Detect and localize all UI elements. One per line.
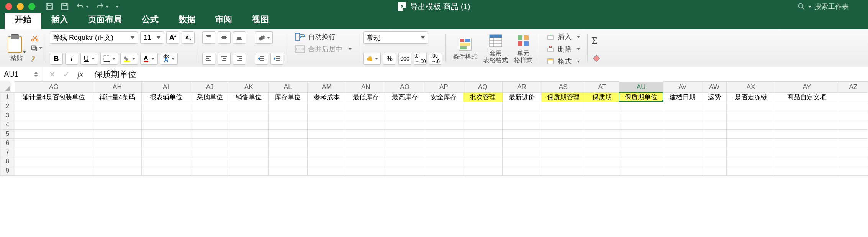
cell[interactable] [424,166,463,175]
cell[interactable] [726,148,775,157]
increase-indent-button[interactable] [270,53,283,65]
cell[interactable]: 保质期 [585,92,619,102]
cell[interactable] [839,148,868,157]
cell[interactable] [502,129,541,138]
cell[interactable] [268,102,307,111]
cell-styles-button[interactable]: 单元 格样式 [511,33,536,64]
bold-button[interactable]: B [50,53,63,65]
currency-button[interactable] [363,53,381,65]
cell[interactable] [502,102,541,111]
paste-button[interactable]: 粘贴 [7,34,26,62]
align-top-button[interactable] [202,31,215,44]
save-as-icon[interactable] [61,2,69,11]
fill-color-button[interactable] [120,53,138,65]
cell[interactable] [142,138,190,148]
search-input[interactable] [814,3,860,11]
cell[interactable] [502,111,541,120]
cell[interactable] [502,120,541,129]
clear-button[interactable] [591,53,601,62]
cell[interactable] [839,120,868,129]
cell[interactable] [229,166,269,175]
formula-input[interactable]: 保质期单位 [90,69,868,80]
qat-customize[interactable] [116,6,119,8]
cell[interactable] [346,148,385,157]
cell[interactable] [93,148,141,157]
comma-button[interactable]: 000 [398,53,411,65]
cell[interactable] [385,102,424,111]
row-header[interactable]: 4 [0,120,15,129]
decrease-font-button[interactable]: A▾ [182,31,195,44]
cell[interactable] [541,111,585,120]
cell[interactable]: 销售单位 [229,92,269,102]
cell[interactable] [385,111,424,120]
cell[interactable] [307,166,346,175]
cell[interactable] [346,166,385,175]
cell[interactable]: 报表辅单位 [142,92,190,102]
cell[interactable] [702,148,727,157]
column-header[interactable]: AW [702,82,727,93]
align-left-button[interactable] [202,53,215,65]
cell[interactable] [307,148,346,157]
cell[interactable] [190,166,229,175]
name-box[interactable]: AU1 [0,67,42,81]
cell[interactable] [619,120,663,129]
cell[interactable] [585,120,619,129]
cell[interactable] [663,138,702,148]
row-header[interactable]: 5 [0,129,15,138]
font-color-button[interactable]: A [140,53,158,65]
cell[interactable]: 参考成本 [307,92,346,102]
cell[interactable] [268,129,307,138]
cell[interactable] [142,111,190,120]
cell[interactable] [663,111,702,120]
cancel-formula-button[interactable]: ✕ [49,70,56,79]
cell[interactable] [702,138,727,148]
font-size-select[interactable]: 11 [140,31,164,44]
tab-formulas[interactable]: 公式 [132,11,169,29]
cell[interactable] [775,157,839,166]
cell[interactable] [15,111,93,120]
cell[interactable] [775,166,839,175]
cell[interactable]: 批次管理 [463,92,502,102]
cell[interactable] [307,102,346,111]
cell[interactable] [424,157,463,166]
column-header[interactable]: AM [307,82,346,93]
search-dropdown-icon[interactable] [808,6,811,8]
column-header[interactable]: AP [424,82,463,93]
cell[interactable]: 采购单位 [190,92,229,102]
column-header[interactable]: AG [15,82,93,93]
column-header[interactable]: AR [502,82,541,93]
cell[interactable] [229,120,269,129]
cell[interactable] [229,111,269,120]
cell[interactable]: 最低库存 [346,92,385,102]
undo-button[interactable] [76,2,89,11]
row-header[interactable]: 9 [0,166,15,175]
row-header[interactable]: 3 [0,111,15,120]
cell[interactable] [463,157,502,166]
cell[interactable] [463,111,502,120]
cell[interactable] [541,157,585,166]
save-icon[interactable] [45,2,54,11]
cell[interactable] [93,120,141,129]
align-bottom-button[interactable] [233,31,246,44]
wrap-text-button[interactable]: 自动换行 [291,31,355,42]
cell[interactable] [15,129,93,138]
cell[interactable] [268,120,307,129]
cell[interactable] [702,102,727,111]
cell[interactable] [619,138,663,148]
cell[interactable] [385,138,424,148]
phonetic-button[interactable]: abcA [160,53,178,65]
cut-button[interactable] [30,34,42,42]
cell[interactable] [93,111,141,120]
cell[interactable] [663,157,702,166]
cell[interactable] [726,102,775,111]
column-header[interactable]: AQ [463,82,502,93]
cell[interactable] [463,120,502,129]
tab-insert[interactable]: 插入 [41,11,78,29]
copy-button[interactable] [30,44,42,52]
cell[interactable] [93,166,141,175]
cell[interactable] [463,148,502,157]
cell[interactable] [424,120,463,129]
cell[interactable] [726,157,775,166]
cell[interactable] [424,111,463,120]
column-header[interactable]: AY [775,82,839,93]
